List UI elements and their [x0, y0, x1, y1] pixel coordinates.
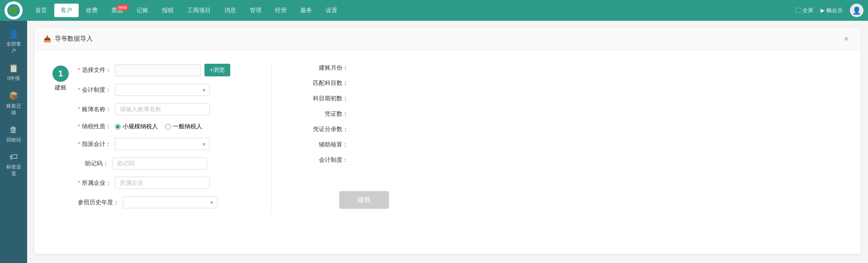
nav-biz[interactable]: 工商项目 [181, 4, 217, 17]
assign-accountant-select[interactable] [115, 138, 210, 150]
assign-accountant-label: 指派会计： [78, 140, 111, 148]
info-row-aux-accounting: 辅助核算： [312, 141, 403, 149]
ledger-name-input[interactable] [115, 103, 210, 115]
form-row-company: 所属企业： [78, 177, 230, 189]
nav-invoice[interactable]: 票据 new [105, 4, 129, 17]
vip-btn[interactable]: ▶ 畅会员 [821, 7, 843, 14]
form-divider [271, 64, 271, 216]
file-label: 选择文件： [78, 66, 111, 74]
info-row-accounting-system: 会计制度： [312, 156, 403, 164]
recycle-icon: 🗑 [9, 125, 18, 135]
step-label: 建账 [55, 84, 66, 92]
ledger-name-label: 账簿名称： [78, 105, 111, 113]
dialog-title-icon: 📥 [43, 35, 51, 42]
build-btn-container: 建账 [339, 182, 389, 209]
browse-button[interactable]: +浏览 [204, 64, 231, 76]
nav-manage[interactable]: 管理 [243, 4, 268, 17]
info-row-voucher-entries: 凭证分录数： [312, 125, 403, 133]
all-customers-icon: 👤 [9, 29, 19, 39]
assign-accountant-select-wrap: ▼ [115, 138, 210, 150]
voucher-count-label: 凭证数： [312, 110, 348, 118]
history-year-select-wrap: ▼ [123, 196, 218, 208]
radio-general[interactable]: 一般纳税人 [165, 122, 202, 131]
form-row-accounting-system: 会计制度： ▼ [78, 84, 230, 96]
info-row-subject-initial: 科目期初数： [312, 94, 403, 103]
form-row-tax-type: 纳税性质： 小规模纳税人 一般纳税人 [78, 122, 230, 131]
history-year-select[interactable] [123, 196, 218, 208]
account-migrate-icon: 📦 [9, 91, 19, 101]
vip-icon: ▶ [821, 7, 825, 14]
accounting-system-select[interactable] [115, 84, 210, 96]
dialog-title: 📥 导爷数据导入 [43, 35, 93, 43]
nav-tax[interactable]: 报税 [156, 4, 180, 17]
form-row-file: 选择文件： +浏览 [78, 64, 230, 76]
radio-small-scale-input[interactable] [115, 124, 121, 130]
form-row-assign-accountant: 指派会计： ▼ [78, 138, 230, 150]
file-input[interactable] [115, 64, 201, 76]
form-row-ledger-name: 账簿名称： [78, 103, 230, 115]
invoice-badge: new [117, 5, 128, 10]
step-indicator: 1 建账 [52, 64, 69, 92]
declare-icon: 📋 [9, 63, 19, 73]
info-row-voucher-count: 凭证数： [312, 110, 403, 118]
dialog-close-button[interactable]: × [841, 33, 852, 44]
nav-menu: 首页 客户 收费 票据 new 记账 报税 工商项目 消息 管理 经营 服务 设… [29, 4, 795, 17]
form-row-history-year: 参照历史年度： ▼ [78, 196, 230, 208]
form-step-section: 1 建账 选择文件： +浏览 会计制度： [52, 64, 230, 216]
tag-settings-icon: 🏷 [9, 152, 18, 162]
accounting-system-label: 会计制度： [78, 86, 111, 94]
tax-type-label: 纳税性质： [78, 122, 111, 131]
dialog-form-area: 1 建账 选择文件： +浏览 会计制度： [34, 50, 861, 229]
info-section: 建账月份： 匹配科目数： 科目期初数： 凭证数： [312, 64, 403, 164]
build-account-button[interactable]: 建账 [339, 191, 389, 209]
sidebar-item-account-migrate[interactable]: 📦 账套迁移 [1, 87, 26, 120]
info-accounting-system-label: 会计制度： [312, 156, 348, 164]
radio-general-input[interactable] [165, 124, 171, 130]
account-month-label: 建账月份： [312, 64, 348, 72]
tax-type-radio-group: 小规模纳税人 一般纳税人 [115, 122, 202, 131]
company-label: 所属企业： [78, 179, 111, 187]
user-avatar[interactable]: 👤 [850, 4, 863, 17]
sidebar-item-recycle[interactable]: 🗑 回收站 [1, 122, 26, 147]
subject-initial-label: 科目期初数： [312, 94, 348, 103]
accounting-system-select-wrap: ▼ [115, 84, 210, 96]
voucher-entries-label: 凭证分录数： [312, 125, 348, 133]
info-row-account-month: 建账月份： [312, 64, 403, 72]
nav-service[interactable]: 服务 [294, 4, 318, 17]
nav-message[interactable]: 消息 [218, 4, 242, 17]
nav-home[interactable]: 首页 [29, 4, 53, 17]
fullscreen-icon: ⛶ [795, 7, 801, 14]
app-logo[interactable]: 🌿 [5, 1, 23, 19]
sidebar-item-tag-settings[interactable]: 🏷 标签设置 [1, 149, 26, 181]
form-fields: 选择文件： +浏览 会计制度： ▼ [78, 64, 230, 216]
sidebar: 👤 全部客户 📋 0申报 📦 账套迁移 🗑 回收站 🏷 标签设置 [0, 21, 27, 263]
dialog-area: 📥 导爷数据导入 × 1 建账 选择文件： [34, 28, 861, 254]
history-year-label: 参照历史年度： [78, 198, 119, 207]
dialog-header: 📥 导爷数据导入 × [34, 28, 861, 50]
nav-customer[interactable]: 客户 [54, 4, 79, 17]
form-row-memo: 助记码： [78, 157, 230, 169]
memo-label: 助记码： [78, 160, 109, 168]
nav-operation[interactable]: 经营 [269, 4, 293, 17]
nav-settings[interactable]: 设置 [319, 4, 344, 17]
info-row-match-subjects: 匹配科目数： [312, 79, 403, 87]
right-panel: 建账月份： 匹配科目数： 科目期初数： 凭证数： [312, 64, 403, 216]
step-circle: 1 [52, 66, 69, 82]
nav-right: ⛶ 全屏 ▶ 畅会员 👤 [795, 4, 863, 17]
sidebar-item-declare[interactable]: 📋 0申报 [1, 60, 26, 85]
app-layout: 👤 全部客户 📋 0申报 📦 账套迁移 🗑 回收站 🏷 标签设置 📥 导爷 [0, 21, 868, 263]
memo-input[interactable] [112, 157, 207, 169]
match-subjects-label: 匹配科目数： [312, 79, 348, 87]
sidebar-item-all-customers[interactable]: 👤 全部客户 [1, 25, 26, 58]
top-nav: 🌿 首页 客户 收费 票据 new 记账 报税 工商项目 消息 管理 经营 服务… [0, 0, 868, 21]
main-content: 📥 导爷数据导入 × 1 建账 选择文件： [27, 21, 868, 263]
nav-billing[interactable]: 收费 [80, 4, 104, 17]
radio-small-scale[interactable]: 小规模纳税人 [115, 122, 158, 131]
fullscreen-btn[interactable]: ⛶ 全屏 [795, 7, 813, 14]
nav-ledger[interactable]: 记账 [130, 4, 155, 17]
aux-accounting-label: 辅助核算： [312, 141, 348, 149]
company-input[interactable] [115, 177, 210, 189]
logo-icon: 🌿 [9, 6, 18, 15]
